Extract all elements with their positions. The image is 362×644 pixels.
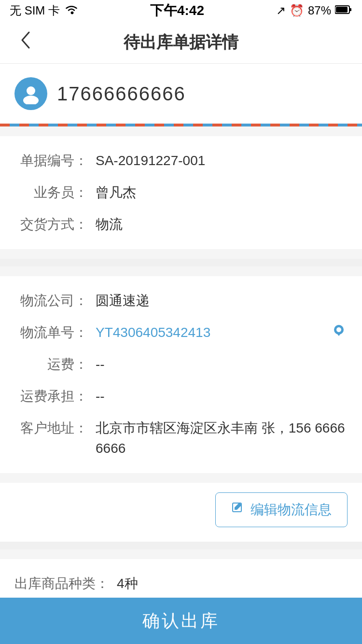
freight-row: 运费： -- [14,354,348,375]
freight-bearer-value: -- [96,386,348,406]
confirm-btn-area[interactable]: 确认出库 [0,598,362,644]
section-divider-2 [0,542,362,549]
goods-types-row: 出库商品种类： 4种 [14,574,348,594]
sim-text: 无 SIM 卡 [10,3,60,18]
location-status-icon: ↗ [276,4,286,17]
edit-logistics-label: 编辑物流信息 [251,501,332,519]
freight-label: 运费： [14,354,96,375]
salesman-label: 业务员： [14,182,96,203]
goods-types-value: 4种 [117,574,348,594]
section-divider-1 [0,259,362,266]
address-row: 客户地址： 北京市市辖区海淀区永丰南 张，156 6666 6666 [14,418,348,459]
confirm-button[interactable]: 确认出库 [142,609,220,633]
goods-types-label: 出库商品种类： [14,574,117,594]
company-row: 物流公司： 圆通速递 [14,291,348,311]
battery-icon [335,4,352,17]
freight-bearer-label: 运费承担： [14,386,96,406]
tracking-label: 物流单号： [14,322,96,343]
order-no-row: 单据编号： SA-20191227-001 [14,151,348,171]
status-right: ↗ ⏰ 87% [276,4,352,17]
svg-point-6 [336,327,341,332]
status-time: 下午4:42 [150,1,204,20]
delivery-value: 物流 [96,214,348,235]
edit-logistics-button[interactable]: 编辑物流信息 [215,492,348,527]
basic-info-section: 单据编号： SA-20191227-001 业务员： 曾凡杰 交货方式： 物流 [0,136,362,249]
battery-text: 87% [308,4,331,17]
svg-point-3 [27,86,35,95]
salesman-row: 业务员： 曾凡杰 [14,182,348,203]
alarm-icon: ⏰ [290,4,304,17]
tracking-row: 物流单号： YT4306405342413 [14,322,348,343]
freight-bearer-row: 运费承担： -- [14,386,348,406]
status-left: 无 SIM 卡 [10,3,78,18]
nav-bar: 待出库单据详情 [0,21,362,64]
company-label: 物流公司： [14,291,96,311]
user-section: 17666666666 [0,64,362,124]
salesman-value: 曾凡杰 [96,182,348,203]
edit-icon [231,502,245,518]
address-value: 北京市市辖区海淀区永丰南 张，156 6666 6666 [96,418,348,459]
back-button[interactable] [14,26,36,59]
delivery-label: 交货方式： [14,214,96,235]
tracking-value: YT4306405342413 [96,322,322,343]
address-label: 客户地址： [14,418,96,438]
order-no-label: 单据编号： [14,151,96,171]
svg-rect-2 [336,7,348,13]
page-title: 待出库单据详情 [124,31,238,54]
user-phone: 17666666666 [57,83,186,105]
delivery-row: 交货方式： 物流 [14,214,348,235]
freight-value: -- [96,354,348,375]
edit-logistics-area: 编辑物流信息 [0,483,362,542]
location-icon[interactable] [330,322,348,340]
svg-rect-1 [349,8,351,11]
order-no-value: SA-20191227-001 [96,151,348,171]
dashed-divider [0,124,362,126]
logistics-section: 物流公司： 圆通速递 物流单号： YT4306405342413 运费： -- … [0,276,362,473]
company-value: 圆通速递 [96,291,348,311]
status-bar: 无 SIM 卡 下午4:42 ↗ ⏰ 87% [0,0,362,21]
svg-point-4 [23,96,39,104]
avatar [14,77,47,110]
wifi-icon [65,4,78,17]
